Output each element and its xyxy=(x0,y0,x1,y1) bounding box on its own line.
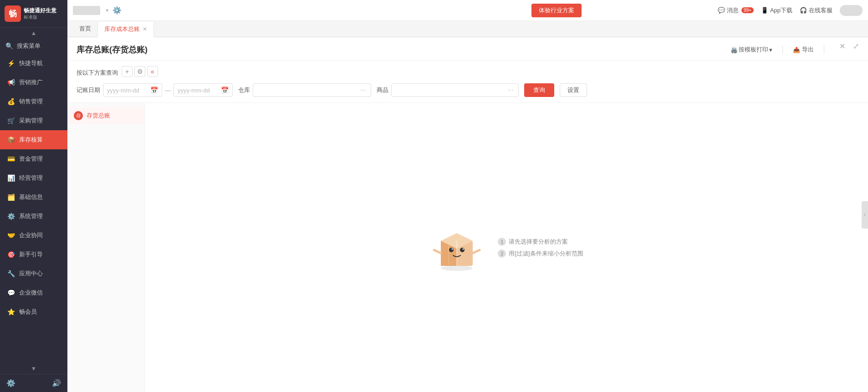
right-sidebar-toggle[interactable]: › xyxy=(862,201,868,229)
app-download-btn[interactable]: 📱 App下载 xyxy=(761,6,792,15)
user-avatar[interactable] xyxy=(840,5,863,16)
hint-item-1: 1 请先选择要分析的方案 xyxy=(498,236,583,248)
messages-btn[interactable]: 💬 消息 99+ xyxy=(718,6,754,15)
filter-warehouse: 仓库 ··· xyxy=(238,83,371,97)
empty-hints: 1 请先选择要分析的方案 2 用[过滤]条件来缩小分析范围 xyxy=(498,236,583,260)
inventory-icon: 📦 xyxy=(6,136,15,143)
page-content: 库存总账(存货总账) 🖨️ 按模板打印 ▾ 📤 导出 🔄 刷新 xyxy=(67,37,868,392)
svg-point-6 xyxy=(449,248,454,252)
sidebar-item-purchase[interactable]: 🛒 采购管理 xyxy=(0,111,67,130)
guide-icon: 🎯 xyxy=(6,251,15,258)
settings-button[interactable]: 设置 xyxy=(560,83,587,97)
online-service-btn[interactable]: 🎧 在线客服 xyxy=(800,6,832,15)
topbar: ▾ ⚙️ 体验行业方案 💬 消息 99+ 📱 App下载 🎧 在线客服 xyxy=(67,0,868,21)
step-2-circle: 2 xyxy=(498,249,506,258)
logo-icon: 畅 xyxy=(5,5,21,22)
sidebar-search[interactable]: 🔍 搜索菜单 xyxy=(0,38,67,54)
sidebar-item-apps[interactable]: 🔧 应用中心 xyxy=(0,264,67,283)
print-icon: 🖨️ xyxy=(730,46,738,53)
phone-icon: 📱 xyxy=(761,7,768,14)
svg-point-7 xyxy=(460,248,465,252)
operation-icon: 📊 xyxy=(6,174,15,182)
tab-inventory-cost[interactable]: 库存成本总账 ✕ xyxy=(97,21,154,37)
wechat-icon: 💬 xyxy=(6,289,15,296)
sidebar-nav: ⚡ 快捷导航 📢 营销推广 💰 销售管理 🛒 采购管理 📦 库存核算 💳 资金管… xyxy=(0,54,67,363)
filter-add-btn[interactable]: + xyxy=(122,66,133,77)
sidebar-scroll-up[interactable]: ▲ xyxy=(0,28,67,38)
sidebar-item-basic[interactable]: 🗂️ 基础信息 xyxy=(0,188,67,207)
finance-icon: 💳 xyxy=(6,155,15,163)
hint-list: 1 请先选择要分析的方案 2 用[过滤]条件来缩小分析范围 xyxy=(498,236,583,260)
apps-icon: 🔧 xyxy=(6,270,15,277)
sales-icon: 💰 xyxy=(6,98,15,105)
print-btn[interactable]: 🖨️ 按模板打印 ▾ xyxy=(727,44,776,56)
sidebar-scroll-down[interactable]: ▼ xyxy=(0,363,67,374)
scheme-sidebar: 存 存货总账 xyxy=(67,103,145,392)
tab-close-icon[interactable]: ✕ xyxy=(143,26,147,32)
filter-date: 记账日期 yyyy-mm-dd 📅 — yyyy-mm-dd 📅 xyxy=(77,83,233,97)
step-1-circle: 1 xyxy=(498,238,506,246)
warehouse-label: 仓库 xyxy=(238,86,250,94)
sidebar-item-guide[interactable]: 🎯 新手引导 xyxy=(0,245,67,264)
goods-label: 商品 xyxy=(377,86,388,94)
sidebar-item-inventory[interactable]: 📦 库存核算 xyxy=(0,130,67,149)
filter-row: 记账日期 yyyy-mm-dd 📅 — yyyy-mm-dd 📅 仓库 xyxy=(77,83,859,97)
tab-home[interactable]: 首页 xyxy=(73,21,97,37)
sidebar-item-finance[interactable]: 💳 资金管理 xyxy=(0,149,67,168)
sidebar-item-member[interactable]: ⭐ 畅会员 xyxy=(0,302,67,321)
svg-point-0 xyxy=(441,265,473,271)
warehouse-input[interactable]: ··· xyxy=(253,83,371,97)
svg-point-9 xyxy=(463,248,464,249)
sidebar-item-sales[interactable]: 💰 销售管理 xyxy=(0,92,67,111)
sidebar-item-quick-nav[interactable]: ⚡ 快捷导航 xyxy=(0,54,67,73)
divider2 xyxy=(824,45,824,54)
hint-item-2: 2 用[过滤]条件来缩小分析范围 xyxy=(498,248,583,260)
topbar-right: 💬 消息 99+ 📱 App下载 🎧 在线客服 xyxy=(718,5,863,16)
date-range-separator: — xyxy=(165,87,171,94)
sidebar-item-cooperation[interactable]: 🤝 企业协同 xyxy=(0,226,67,245)
filter-add-btns: + ⚙ « xyxy=(122,66,158,77)
app-logo: 畅 畅捷通好生意 标准版 xyxy=(0,0,67,28)
divider xyxy=(782,45,783,54)
audio-footer-btn[interactable]: 🔊 xyxy=(52,379,61,387)
date-end-input[interactable]: yyyy-mm-dd 📅 xyxy=(174,83,233,97)
panel-close-btn[interactable]: ✕ xyxy=(835,37,850,55)
topbar-breadcrumb: ▾ ⚙️ xyxy=(73,6,395,15)
export-btn[interactable]: 📤 导出 xyxy=(789,44,817,56)
empty-state: 1 请先选择要分析的方案 2 用[过滤]条件来缩小分析范围 xyxy=(145,103,868,392)
industry-btn[interactable]: 体验行业方案 xyxy=(531,4,582,17)
empty-illustration xyxy=(429,220,484,275)
filter-goods: 商品 ··· xyxy=(377,83,519,97)
sidebar-item-marketing[interactable]: 📢 营销推广 xyxy=(0,73,67,92)
panel-resize-btn[interactable]: ⤢ xyxy=(848,37,863,55)
tabs-bar: 首页 库存成本总账 ✕ xyxy=(67,21,868,37)
page-title: 库存总账(存货总账) xyxy=(77,44,148,55)
member-icon: ⭐ xyxy=(6,308,15,316)
date-label: 记账日期 xyxy=(77,86,100,94)
marketing-icon: 📢 xyxy=(6,79,15,86)
headset-icon: 🎧 xyxy=(800,7,807,14)
sidebar: 畅 畅捷通好生意 标准版 ▲ 🔍 搜索菜单 ⚡ 快捷导航 📢 营销推广 💰 销售… xyxy=(0,0,67,392)
sidebar-item-wechat[interactable]: 💬 企业微信 xyxy=(0,283,67,302)
filter-settings-btn[interactable]: ⚙ xyxy=(134,66,145,77)
date-start-placeholder: yyyy-mm-dd xyxy=(107,87,139,94)
topbar-center: 体验行业方案 xyxy=(395,4,718,17)
scheme-item-inventory-ledger[interactable]: 存 存货总账 xyxy=(67,107,144,124)
sidebar-item-operation[interactable]: 📊 经营管理 xyxy=(0,168,67,188)
calendar-end-icon: 📅 xyxy=(221,87,229,94)
topbar-settings-icon[interactable]: ⚙️ xyxy=(112,6,122,15)
goods-input[interactable]: ··· xyxy=(391,83,519,97)
main-content: ▾ ⚙️ 体验行业方案 💬 消息 99+ 📱 App下载 🎧 在线客服 xyxy=(67,0,868,392)
message-icon: 💬 xyxy=(718,7,725,14)
calendar-start-icon: 📅 xyxy=(150,87,158,94)
query-button[interactable]: 查询 xyxy=(524,83,554,97)
settings-footer-btn[interactable]: ⚙️ xyxy=(6,379,15,387)
filter-collapse-btn[interactable]: « xyxy=(147,66,158,77)
goods-more-icon: ··· xyxy=(508,86,514,94)
sidebar-item-system[interactable]: ⚙️ 系统管理 xyxy=(0,207,67,226)
body-area: 存 存货总账 xyxy=(67,103,868,392)
cooperation-icon: 🤝 xyxy=(6,232,15,239)
filter-label: 按以下方案查询 xyxy=(77,66,118,80)
quick-nav-icon: ⚡ xyxy=(6,60,15,67)
date-start-input[interactable]: yyyy-mm-dd 📅 xyxy=(103,83,162,97)
